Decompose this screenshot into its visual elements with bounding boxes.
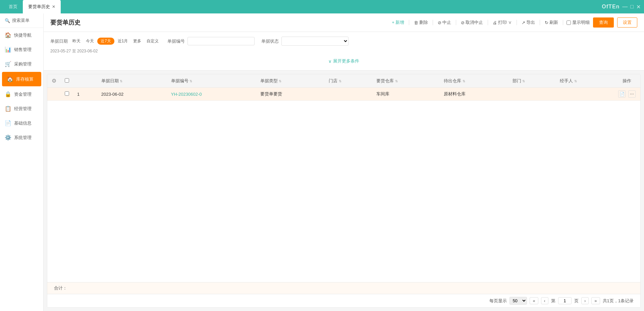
search-menu-item[interactable]: 🔍 搜索菜单 bbox=[0, 13, 43, 28]
date-btn-today[interactable]: 今天 bbox=[84, 38, 96, 45]
status-filter-group: 单据状态 bbox=[261, 37, 348, 46]
delete-icon: 🗑 bbox=[414, 20, 418, 25]
top-bar-right: OfTEn — □ ✕ bbox=[602, 4, 641, 10]
next-page-button[interactable]: › bbox=[581, 297, 589, 304]
print-button[interactable]: 🖨 打印 ∨ bbox=[491, 19, 513, 26]
number-sort-icon[interactable]: ⇅ bbox=[190, 79, 192, 83]
refresh-button[interactable]: ↻ 刷新 bbox=[543, 19, 559, 26]
date-btn-more[interactable]: 更多 bbox=[131, 38, 143, 45]
table-container: ⚙ 单据日期 ⇅ 单据编号 bbox=[47, 74, 640, 282]
export-button[interactable]: ↗ 导出 bbox=[520, 19, 536, 26]
doc-number-filter-group: 单据编号 bbox=[167, 37, 255, 45]
row-more-button[interactable]: ⋯ bbox=[628, 90, 636, 98]
divider-2 bbox=[433, 20, 433, 25]
store-sort-icon[interactable]: ⇅ bbox=[339, 79, 341, 83]
pending-warehouse-sort-icon[interactable]: ⇅ bbox=[463, 79, 465, 83]
header-actions: + 新增 🗑 删除 ⊘ 中止 ⊘ 取消中止 bbox=[390, 17, 637, 28]
new-button[interactable]: + 新增 bbox=[390, 19, 406, 26]
row-number-link[interactable]: YH-20230602-0 bbox=[171, 92, 202, 97]
sidebar-item-purchase[interactable]: 🛒 采购管理 bbox=[0, 57, 43, 71]
brand-text: OfTEn bbox=[602, 4, 620, 10]
sidebar-item-basic[interactable]: 📄 基础信息 bbox=[0, 116, 43, 130]
divider-5 bbox=[517, 20, 517, 25]
sidebar-item-finance[interactable]: 🔒 资金管理 bbox=[0, 87, 43, 101]
divider-3 bbox=[456, 20, 456, 25]
divider-4 bbox=[488, 20, 488, 25]
row-type: 要货单要货 bbox=[256, 88, 325, 101]
filter-row-date-range: 2023-05-27 至 2023-06-02 bbox=[50, 48, 637, 54]
col-seq bbox=[73, 74, 97, 88]
divider-6 bbox=[540, 20, 540, 25]
page-number-input[interactable] bbox=[558, 297, 572, 304]
window-close-icon[interactable]: ✕ bbox=[636, 4, 641, 10]
table-row: 1 2023-06-02 YH-20230602-0 要货单要货 车间库 原材料… bbox=[47, 88, 640, 101]
type-sort-icon[interactable]: ⇅ bbox=[279, 79, 281, 83]
summary-row: 合计： bbox=[47, 282, 640, 294]
content-area: 要货单历史 + 新增 🗑 删除 ⊘ 中止 ⊘ 取消中止 bbox=[44, 13, 644, 311]
sidebar-item-sales[interactable]: 📊 销售管理 bbox=[0, 42, 43, 57]
prev-page-button[interactable]: ‹ bbox=[541, 297, 548, 304]
cancel-stop-button[interactable]: ⊘ 取消中止 bbox=[460, 19, 484, 26]
last-page-button[interactable]: » bbox=[591, 297, 600, 304]
cancel-stop-icon: ⊘ bbox=[461, 20, 465, 25]
delete-button[interactable]: 🗑 删除 bbox=[413, 19, 429, 26]
status-label: 单据状态 bbox=[261, 38, 279, 44]
col-settings: ⚙ bbox=[47, 74, 61, 88]
doc-number-input[interactable] bbox=[187, 37, 255, 45]
top-bar: 首页 要货单历史 ✕ OfTEn — □ ✕ bbox=[0, 0, 644, 13]
print-icon: 🖨 bbox=[493, 20, 497, 25]
row-settings-col bbox=[47, 88, 61, 101]
sidebar: 🔍 搜索菜单 🏠 快捷导航 📊 销售管理 🛒 采购管理 🏠 库存核算 🔒 资金管… bbox=[0, 13, 44, 311]
status-select[interactable] bbox=[281, 37, 348, 46]
req-warehouse-sort-icon[interactable]: ⇅ bbox=[395, 79, 398, 83]
page-size-select[interactable]: 10 20 50 100 bbox=[509, 297, 527, 305]
row-seq: 1 bbox=[73, 88, 97, 101]
date-btn-yesterday[interactable]: 昨天 bbox=[70, 38, 83, 45]
query-button[interactable]: 查询 bbox=[593, 17, 614, 28]
sidebar-item-system[interactable]: ⚙️ 系统管理 bbox=[0, 130, 43, 145]
summary-label: 合计： bbox=[54, 285, 67, 291]
handler-sort-icon[interactable]: ⇅ bbox=[574, 79, 577, 83]
date-btn-custom[interactable]: 自定义 bbox=[145, 38, 161, 45]
data-table: ⚙ 单据日期 ⇅ 单据编号 bbox=[47, 74, 640, 101]
expand-more-btn[interactable]: ∨ 展开更多条件 bbox=[50, 57, 637, 65]
refresh-icon: ↻ bbox=[545, 20, 548, 25]
stop-icon: ⊘ bbox=[438, 20, 441, 25]
date-filter-group: 单据日期 昨天 今天 近7天 近1月 更多 自定义 bbox=[50, 38, 161, 45]
table-area: ⚙ 单据日期 ⇅ 单据编号 bbox=[47, 74, 641, 308]
department-sort-icon[interactable]: ⇅ bbox=[522, 79, 525, 83]
row-handler bbox=[556, 88, 613, 101]
chevron-down-icon: ∨ bbox=[328, 59, 332, 64]
page-title: 要货单历史 bbox=[50, 18, 80, 27]
display-toggle[interactable]: 显示明细 bbox=[567, 19, 590, 26]
export-icon: ↗ bbox=[522, 20, 525, 25]
search-icon: 🔍 bbox=[5, 18, 10, 23]
window-maximize-icon[interactable]: □ bbox=[630, 4, 634, 10]
column-settings-icon[interactable]: ⚙ bbox=[52, 78, 56, 84]
first-page-button[interactable]: « bbox=[530, 297, 538, 304]
col-department: 部门 ⇅ bbox=[508, 74, 556, 88]
doc-number-label: 单据编号 bbox=[167, 38, 185, 44]
date-sort-icon[interactable]: ⇅ bbox=[120, 79, 122, 83]
page-label: 第 bbox=[551, 298, 555, 304]
row-checkbox[interactable] bbox=[65, 91, 69, 96]
date-btn-7days[interactable]: 近7天 bbox=[97, 38, 114, 45]
sales-icon: 📊 bbox=[5, 46, 11, 53]
tab-home[interactable]: 首页 bbox=[3, 0, 23, 13]
stop-button[interactable]: ⊘ 中止 bbox=[436, 19, 452, 26]
date-btn-1month[interactable]: 近1月 bbox=[116, 38, 130, 45]
display-toggle-checkbox[interactable] bbox=[567, 20, 571, 25]
col-type: 单据类型 ⇅ bbox=[256, 74, 325, 88]
tab-requisition-history[interactable]: 要货单历史 ✕ bbox=[23, 0, 61, 13]
sidebar-item-operations[interactable]: 📋 经营管理 bbox=[0, 101, 43, 116]
tab-close-icon[interactable]: ✕ bbox=[52, 4, 55, 9]
settings-button[interactable]: 设置 bbox=[617, 17, 637, 28]
window-minimize-icon[interactable]: — bbox=[622, 4, 628, 10]
row-edit-button[interactable]: 📄 bbox=[618, 90, 626, 98]
row-date: 2023-06-02 bbox=[97, 88, 167, 101]
col-req-warehouse: 要货仓库 ⇅ bbox=[372, 74, 440, 88]
select-all-checkbox[interactable] bbox=[65, 78, 69, 83]
row-department bbox=[508, 88, 556, 101]
sidebar-item-home[interactable]: 🏠 快捷导航 bbox=[0, 28, 43, 42]
sidebar-item-inventory[interactable]: 🏠 库存核算 bbox=[2, 72, 41, 86]
